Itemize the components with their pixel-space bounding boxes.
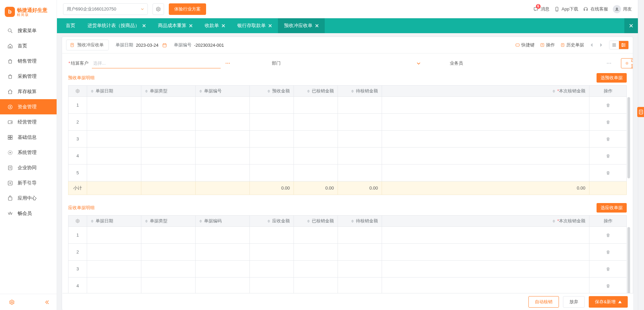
table-row[interactable]: 4 — [68, 148, 627, 164]
history-button[interactable]: 历史单据 — [559, 41, 585, 49]
delete-row-icon[interactable] — [590, 148, 626, 164]
tab-0[interactable]: 首页 — [60, 18, 81, 33]
pick-prepay-button[interactable]: 选预收单据 — [597, 73, 627, 83]
sidebar-item-5[interactable]: 资金管理 — [0, 99, 57, 114]
sidebar-item-3[interactable]: 采购管理 — [0, 69, 57, 84]
home-icon — [7, 43, 14, 49]
scrollbar[interactable] — [627, 227, 630, 295]
customer-picker-icon[interactable]: ··· — [224, 61, 232, 66]
col-date[interactable]: 单据日期 — [87, 85, 141, 97]
delete-row-icon[interactable] — [590, 261, 626, 277]
delete-row-icon[interactable] — [590, 278, 626, 294]
col-thiswrite[interactable]: *本次核销金额 — [382, 215, 589, 227]
col-no[interactable]: 单据编号 — [196, 85, 250, 97]
delete-row-icon[interactable] — [590, 131, 626, 147]
sidebar-item-8[interactable]: 系统管理 — [0, 145, 57, 160]
tab-4[interactable]: 银行存取款单 — [231, 18, 278, 33]
tab-3[interactable]: 收款单 — [199, 18, 231, 33]
next-doc-button[interactable] — [598, 42, 604, 48]
shortcut-button[interactable]: 快捷键 — [514, 41, 536, 49]
tab-label: 预收冲应收单 — [284, 23, 313, 29]
sidebar-item-6[interactable]: 经营管理 — [0, 114, 57, 130]
actions-button[interactable]: 操作 — [539, 41, 556, 49]
sidebar-item-9[interactable]: 企业协同 — [0, 160, 57, 175]
auto-writeoff-button[interactable]: 自动核销 — [528, 296, 559, 308]
chevron-down-icon[interactable] — [416, 61, 421, 66]
vip-icon — [7, 210, 14, 217]
sidebar-item-7[interactable]: 基础信息 — [0, 130, 57, 145]
tab-2[interactable]: 商品成本重算 — [152, 18, 199, 33]
col-thiswrite[interactable]: *本次核销金额 — [382, 85, 589, 97]
dept-input[interactable] — [284, 58, 413, 68]
col-amount[interactable]: 应收金额 — [250, 215, 294, 227]
close-icon[interactable] — [268, 24, 272, 27]
table-row[interactable]: 4 — [68, 278, 627, 294]
delete-row-icon[interactable] — [590, 114, 626, 130]
sidebar-item-12[interactable]: 畅会员 — [0, 206, 57, 221]
col-gear[interactable] — [68, 215, 87, 227]
sidebar-item-4[interactable]: 库存核算 — [0, 84, 57, 99]
sidebar-item-11[interactable]: 应用中心 — [0, 191, 57, 206]
settings-icon[interactable] — [9, 299, 15, 305]
col-date[interactable]: 单据日期 — [87, 215, 141, 227]
form-settings-button[interactable]: 设置 — [621, 58, 633, 68]
scrollbar[interactable] — [627, 97, 630, 178]
sidebar-item-10[interactable]: 新手引导 — [0, 175, 57, 191]
sales-input[interactable] — [466, 58, 602, 68]
side-drawer-toggle[interactable] — [637, 107, 644, 117]
col-type[interactable]: 单据类型 — [141, 85, 196, 97]
chevron-up-icon — [618, 301, 622, 303]
col-type[interactable]: 单据类型 — [141, 215, 196, 227]
save-and-new-button[interactable]: 保存&新增 — [589, 296, 628, 308]
table-row[interactable]: 2 — [68, 114, 627, 131]
table-row[interactable]: 1 — [68, 97, 627, 114]
sparkle-icon — [7, 180, 14, 186]
discard-button[interactable]: 放弃 — [563, 296, 585, 308]
tab-close-all[interactable] — [624, 18, 638, 33]
cta-industry-button[interactable]: 体验行业方案 — [169, 3, 206, 15]
tab-1[interactable]: 进货单统计表（按商品） — [81, 18, 152, 33]
col-no[interactable]: 单据编码 — [196, 215, 250, 227]
tab-label: 进货单统计表（按商品） — [87, 23, 140, 29]
close-icon[interactable] — [222, 24, 225, 27]
customer-input[interactable] — [92, 58, 221, 68]
tenant-selector[interactable]: 用户690企业1660120750 — [63, 3, 148, 15]
delete-row-icon[interactable] — [590, 227, 626, 243]
view-split-button[interactable] — [619, 41, 628, 49]
sidebar-item-2[interactable]: 销售管理 — [0, 53, 57, 69]
view-list-button[interactable] — [609, 41, 619, 49]
calendar-icon[interactable] — [162, 43, 167, 48]
document-date: 单据日期 2023-03-24 — [116, 42, 167, 48]
document-date-value[interactable]: 2023-03-24 — [136, 43, 159, 48]
document-tab[interactable]: 预收冲应收单 — [66, 40, 109, 50]
topbar-messages[interactable]: 6 消息 — [533, 6, 549, 12]
col-written[interactable]: 已核销金额 — [294, 215, 338, 227]
delete-row-icon[interactable] — [590, 244, 626, 260]
close-icon[interactable] — [189, 24, 193, 27]
table-row[interactable]: 3 — [68, 131, 627, 148]
sidebar-item-1[interactable]: 首页 — [0, 38, 57, 53]
col-towrite[interactable]: 待核销金额 — [338, 85, 382, 97]
table-row[interactable]: 1 — [68, 227, 627, 244]
col-gear[interactable] — [68, 85, 87, 97]
topbar-app-download[interactable]: App下载 — [554, 6, 578, 12]
table-row[interactable]: 2 — [68, 244, 627, 261]
collapse-sidebar-icon[interactable] — [44, 299, 50, 305]
tab-5[interactable]: 预收冲应收单 — [278, 18, 325, 33]
close-icon[interactable] — [142, 24, 146, 27]
col-written[interactable]: 已核销金额 — [294, 85, 338, 97]
pick-receivable-button[interactable]: 选应收单据 — [597, 203, 627, 213]
delete-row-icon[interactable] — [590, 165, 626, 181]
col-towrite[interactable]: 待核销金额 — [338, 215, 382, 227]
topbar-user[interactable]: 用友 — [613, 5, 632, 13]
table-row[interactable]: 3 — [68, 261, 627, 278]
col-amount[interactable]: 预收金额 — [250, 85, 294, 97]
close-icon[interactable] — [315, 24, 319, 27]
sales-picker-icon[interactable]: ··· — [605, 61, 613, 66]
table-row[interactable]: 5 — [68, 164, 627, 181]
tenant-settings-button[interactable] — [153, 3, 164, 15]
delete-row-icon[interactable] — [590, 97, 626, 113]
topbar-support[interactable]: 在线客服 — [583, 6, 608, 12]
sidebar-item-0[interactable]: 搜索菜单 — [0, 23, 57, 38]
prev-doc-button[interactable] — [588, 42, 595, 48]
